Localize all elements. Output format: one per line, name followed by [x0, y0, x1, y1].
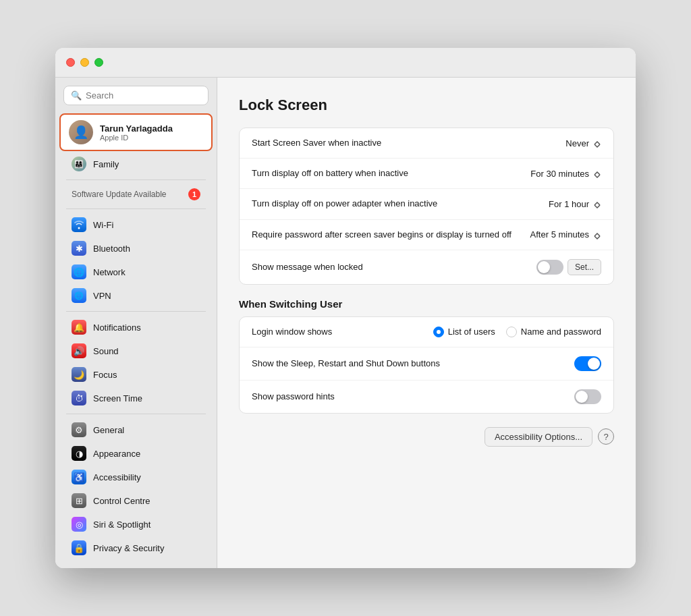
display-adapter-row: Turn display off on power adapter when i…: [240, 189, 613, 219]
screen-saver-label: Start Screen Saver when inactive: [252, 137, 557, 149]
switching-user-group: Login window shows List of users Name an…: [239, 316, 614, 414]
family-avatar: 👨‍👩‍👧: [72, 157, 86, 171]
show-message-row: Show message when locked Set...: [240, 250, 613, 284]
display-battery-stepper-value: For 30 minutes: [530, 169, 589, 179]
display-adapter-stepper-value: For 1 hour: [549, 199, 589, 209]
privacy-icon: 🔒: [72, 540, 86, 555]
settings-window: 🔍 👤 Tarun Yarlagadda Apple ID 👨‍👩‍👧 Fami…: [55, 48, 636, 568]
password-hints-row: Show password hints: [240, 381, 613, 413]
radio-label-name: Name and password: [521, 327, 601, 337]
accessibility-icon: ♿: [72, 470, 86, 484]
vpn-icon: 🌐: [72, 288, 86, 303]
user-info: Tarun Yarlagadda Apple ID: [100, 123, 173, 142]
display-adapter-value: For 1 hour: [549, 198, 601, 209]
bottom-row: Accessibility Options... ?: [239, 427, 614, 447]
update-label: Software Update Available: [72, 190, 182, 199]
display-adapter-stepper[interactable]: [593, 198, 601, 209]
sidebar-item-label: Appearance: [93, 449, 140, 459]
window-content: 🔍 👤 Tarun Yarlagadda Apple ID 👨‍👩‍👧 Fami…: [55, 78, 636, 568]
sidebar-item-software-update[interactable]: Software Update Available 1: [59, 184, 213, 204]
sidebar-item-wifi[interactable]: Wi-Fi: [59, 213, 213, 236]
sidebar-item-sound[interactable]: 🔊 Sound: [59, 339, 213, 362]
bluetooth-icon: ✱: [72, 241, 86, 256]
divider: [66, 311, 206, 312]
sidebar-item-vpn[interactable]: 🌐 VPN: [59, 284, 213, 307]
sidebar-item-label: Control Centre: [93, 496, 150, 506]
sleep-buttons-label: Show the Sleep, Restart and Shut Down bu…: [252, 358, 566, 370]
sidebar-item-general[interactable]: ⚙ General: [59, 418, 213, 441]
search-input[interactable]: [86, 90, 201, 101]
radio-dot: [437, 330, 441, 334]
sidebar-item-label: Focus: [93, 370, 117, 380]
sleep-buttons-toggle[interactable]: [574, 356, 601, 371]
radio-name-and-password[interactable]: Name and password: [506, 327, 601, 337]
display-battery-stepper[interactable]: [593, 168, 601, 179]
display-adapter-label: Turn display off on power adapter when i…: [252, 198, 541, 210]
sidebar-item-family[interactable]: 👨‍👩‍👧 Family: [59, 152, 213, 175]
switching-user-heading: When Switching User: [239, 298, 614, 310]
sidebar-item-screentime[interactable]: ⏱ Screen Time: [59, 387, 213, 410]
help-button[interactable]: ?: [598, 428, 614, 445]
radio-circle-name: [506, 327, 517, 337]
sidebar-item-privacy[interactable]: 🔒 Privacy & Security: [59, 536, 213, 559]
sidebar-item-focus[interactable]: 🌙 Focus: [59, 363, 213, 386]
require-password-stepper[interactable]: [593, 229, 601, 240]
sidebar-item-label: Network: [93, 267, 126, 277]
login-window-row: Login window shows List of users Name an…: [240, 317, 613, 347]
sidebar-item-controlcentre[interactable]: ⊞ Control Centre: [59, 489, 213, 512]
radio-circle-list: [433, 327, 444, 337]
sleep-buttons-row: Show the Sleep, Restart and Shut Down bu…: [240, 347, 613, 381]
radio-label-list: List of users: [448, 327, 495, 337]
user-subtitle: Apple ID: [100, 134, 173, 142]
toggle-thumb: [538, 261, 550, 273]
show-message-toggle[interactable]: [536, 260, 563, 275]
notifications-icon: 🔔: [72, 320, 86, 335]
display-battery-value: For 30 minutes: [530, 168, 601, 179]
user-profile-item[interactable]: 👤 Tarun Yarlagadda Apple ID: [59, 113, 213, 151]
screen-saver-row: Start Screen Saver when inactive Never: [240, 128, 613, 159]
require-password-value: After 5 minutes: [530, 229, 601, 240]
sidebar-item-network[interactable]: 🌐 Network: [59, 260, 213, 283]
screen-saver-stepper[interactable]: [593, 138, 601, 148]
radio-list-of-users[interactable]: List of users: [433, 327, 495, 337]
maximize-button[interactable]: [94, 58, 103, 67]
close-button[interactable]: [66, 58, 75, 67]
sidebar-item-bluetooth[interactable]: ✱ Bluetooth: [59, 237, 213, 260]
sidebar-item-appearance[interactable]: ◑ Appearance: [59, 442, 213, 465]
display-battery-label: Turn display off on battery when inactiv…: [252, 167, 522, 179]
sidebar-item-notifications[interactable]: 🔔 Notifications: [59, 316, 213, 339]
sidebar-item-siri[interactable]: ◎ Siri & Spotlight: [59, 513, 213, 536]
login-window-radio-group: List of users Name and password: [433, 327, 601, 337]
page-title: Lock Screen: [239, 96, 614, 114]
sidebar-item-label: Notifications: [93, 323, 141, 333]
avatar: 👤: [69, 120, 93, 144]
sidebar-item-label: Accessibility: [93, 472, 141, 482]
sidebar-item-label: General: [93, 425, 124, 435]
sidebar-item-label: Sound: [93, 346, 119, 356]
wifi-icon: [72, 217, 86, 232]
appearance-icon: ◑: [72, 446, 86, 461]
screentime-icon: ⏱: [72, 391, 86, 405]
accessibility-options-button[interactable]: Accessibility Options...: [485, 427, 592, 447]
title-bar: [55, 48, 636, 78]
require-password-stepper-value: After 5 minutes: [530, 229, 589, 240]
sidebar-item-label: Bluetooth: [93, 244, 130, 254]
main-content: Lock Screen Start Screen Saver when inac…: [217, 78, 636, 568]
divider: [66, 208, 206, 209]
sidebar-item-accessibility[interactable]: ♿ Accessibility: [59, 466, 213, 488]
set-button[interactable]: Set...: [568, 259, 601, 275]
divider: [66, 414, 206, 414]
screen-saver-value: Never: [565, 138, 601, 148]
network-icon: 🌐: [72, 264, 86, 279]
require-password-row: Require password after screen saver begi…: [240, 220, 613, 250]
sidebar-item-label: Family: [93, 159, 119, 169]
sidebar-item-label: Screen Time: [93, 393, 142, 403]
lock-screen-settings-group: Start Screen Saver when inactive Never: [239, 128, 614, 285]
sidebar-item-label: Privacy & Security: [93, 543, 164, 553]
password-hints-toggle[interactable]: [574, 389, 601, 404]
search-icon: 🔍: [71, 90, 82, 101]
search-bar[interactable]: 🔍: [63, 86, 209, 105]
password-hints-label: Show password hints: [252, 391, 566, 403]
sidebar-item-label: Wi-Fi: [93, 220, 113, 230]
minimize-button[interactable]: [80, 58, 89, 67]
